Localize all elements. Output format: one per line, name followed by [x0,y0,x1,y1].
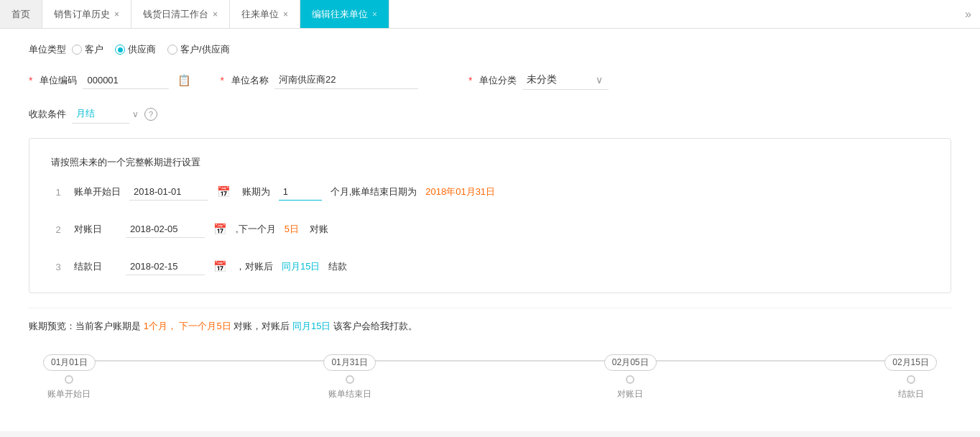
preview-part2: 下一个月5日 [179,321,231,331]
unit-code-label: 单位编码 [40,74,77,87]
tab-edit-partner[interactable]: 编辑往来单位 × [300,0,389,28]
period-reconcile-suffix-1: ,下一个月 [236,223,276,236]
radio-both-label: 客户/供应商 [180,43,230,56]
unit-category-group: * 单位分类 未分类 ∨ [468,70,609,90]
unit-name-input[interactable] [274,72,418,89]
preview-label: 账期预览：当前客户账期是 [29,321,141,331]
payment-terms-row: 收款条件 月结 ∨ ? [29,104,951,124]
timeline-point-2: 02月05日 对账日 [604,354,657,400]
payment-terms-arrow-icon: ∨ [132,109,139,119]
period-row-3: 3 结款日 📅 ，对账后 同月15日 结款 [51,258,929,275]
timeline-point-1: 01月31日 账单结束日 [323,354,376,400]
period-month-input[interactable] [279,183,322,201]
timeline-date-3: 02月15日 [884,354,937,371]
tab-partner-close[interactable]: × [283,9,288,19]
timeline-points: 01月01日 账单开始日 01月31日 账单结束日 02月05日 对账日 [43,354,937,400]
radio-supplier[interactable]: 供应商 [115,43,156,56]
payment-terms-label: 收款条件 [29,108,66,121]
help-icon[interactable]: ? [144,108,157,121]
period-end-date-text: 2018年01月31日 [425,185,495,198]
tab-partner[interactable]: 往来单位 × [230,0,300,28]
tab-bar: 首页 销售订单历史 × 钱货日清工作台 × 往来单位 × 编辑往来单位 × » [0,0,980,29]
period-reconcile-suffix-2: 对账 [308,223,329,236]
radio-supplier-circle [115,45,125,55]
calendar-icon-1[interactable]: 📅 [217,185,231,198]
timeline-dot-0 [65,375,73,384]
period-label-1: 账单开始日 [74,185,121,198]
period-start-date-input[interactable] [129,183,208,201]
timeline-point-3: 02月15日 结款日 [884,354,937,400]
period-label-3: 结款日 [74,260,117,273]
radio-supplier-label: 供应商 [128,43,156,56]
period-num-2: 2 [51,224,65,235]
payment-terms-value: 月结 [72,104,129,124]
period-payment-suffix-1: ，对账后 [236,260,273,273]
unit-name-label: 单位名称 [231,74,269,87]
tab-sales-history-close[interactable]: × [114,9,119,19]
tab-edit-partner-label: 编辑往来单位 [312,8,368,21]
tab-expand-button[interactable]: » [956,0,980,28]
tab-cashflow-label: 钱货日清工作台 [143,8,208,21]
timeline-container: 01月01日 账单开始日 01月31日 账单结束日 02月05日 对账日 [29,347,951,400]
period-row-1: 1 账单开始日 📅 账期为 个月,账单结束日期为 2018年01月31日 [51,183,929,201]
timeline-dot-1 [346,375,354,384]
unit-type-row: 单位类型 客户 供应商 客户/供应商 [29,43,951,56]
radio-both[interactable]: 客户/供应商 [167,43,230,56]
unit-info-row: * 单位编码 📋 * 单位名称 * 单位分类 未分类 ∨ [29,70,951,90]
timeline-point-0: 01月01日 账单开始日 [43,354,96,400]
timeline-label-3: 结款日 [898,388,924,400]
timeline-label-1: 账单结束日 [328,388,371,400]
radio-customer[interactable]: 客户 [72,43,103,56]
timeline-label-2: 对账日 [617,388,643,400]
period-card: 请按照未来的一个完整帐期进行设置 1 账单开始日 📅 账期为 个月,账单结束日期… [29,138,951,293]
radio-customer-circle [72,45,82,55]
period-reconcile-date-input[interactable] [126,221,205,238]
preview-end: 该客户会给我打款。 [333,321,417,331]
payment-terms-group: 收款条件 月结 ∨ ? [29,104,157,124]
tab-partner-label: 往来单位 [241,8,279,21]
calendar-icon-3[interactable]: 📅 [213,260,227,273]
tab-cashflow-close[interactable]: × [213,9,218,19]
period-reconcile-highlight: 5日 [285,223,299,236]
tab-cashflow[interactable]: 钱货日清工作台 × [131,0,230,28]
unit-category-label: 单位分类 [479,74,517,87]
preview-mid: 对账，对账后 [234,321,290,331]
period-num-3: 3 [51,262,65,272]
period-row-2: 2 对账日 📅 ,下一个月 5日 对账 [51,221,929,238]
preview-part1: 1个月， [144,321,177,331]
radio-both-circle [167,45,177,55]
tab-home[interactable]: 首页 [0,0,42,28]
unit-category-select[interactable]: 未分类 ∨ [522,70,609,90]
period-payment-date-input[interactable] [126,258,205,275]
category-arrow-icon: ∨ [596,74,603,86]
main-content: 单位类型 客户 供应商 客户/供应商 * 单位编码 [0,29,980,431]
timeline-dot-3 [907,375,915,384]
payment-terms-select[interactable]: 月结 ∨ [72,104,139,124]
timeline-label-0: 账单开始日 [47,388,91,400]
unit-code-input[interactable] [83,72,169,89]
radio-customer-label: 客户 [85,43,103,56]
period-prefix-text: 账期为 [239,185,270,198]
radio-group: 客户 供应商 客户/供应商 [72,43,230,56]
period-card-title: 请按照未来的一个完整帐期进行设置 [51,156,929,169]
tab-sales-history-label: 销售订单历史 [54,8,110,21]
unit-name-group: * 单位名称 [220,72,417,89]
unit-category-value: 未分类 [527,73,557,86]
period-num-1: 1 [51,187,65,198]
tab-edit-partner-close[interactable]: × [372,9,377,19]
unit-type-label: 单位类型 [29,43,66,56]
preview-part3: 同月15日 [292,321,330,331]
timeline-date-1: 01月31日 [323,354,376,371]
preview-row: 账期预览：当前客户账期是 1个月， 下一个月5日 对账，对账后 同月15日 该客… [29,308,951,347]
period-suffix-text: 个月,账单结束日期为 [330,185,417,198]
copy-icon[interactable]: 📋 [177,74,191,87]
tab-home-label: 首页 [11,8,30,21]
timeline-date-2: 02月05日 [604,354,657,371]
calendar-icon-2[interactable]: 📅 [213,223,227,236]
tab-sales-history[interactable]: 销售订单历史 × [42,0,131,28]
timeline-date-0: 01月01日 [43,354,96,371]
period-payment-highlight: 同月15日 [282,260,320,273]
unit-type-group: 单位类型 客户 供应商 客户/供应商 [29,43,230,56]
timeline-dot-2 [626,375,634,384]
period-label-2: 对账日 [74,223,117,236]
